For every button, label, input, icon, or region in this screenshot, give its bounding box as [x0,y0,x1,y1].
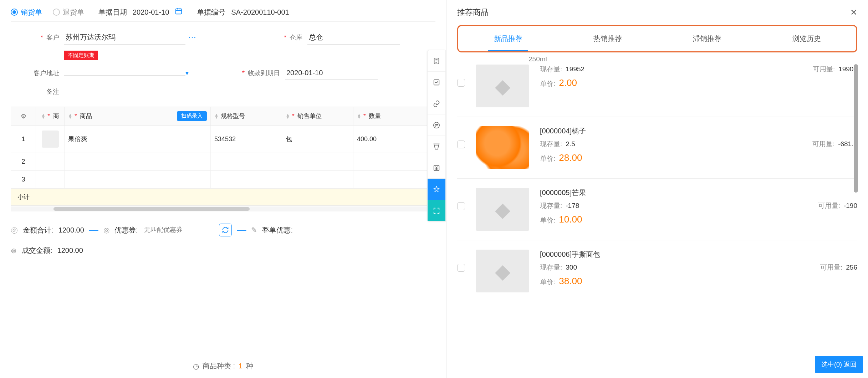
col-product[interactable]: ▲▼商品扫码录入 [65,107,211,125]
rail-currency-icon[interactable] [428,157,445,179]
grid-header: ⚙ ▲▼商 ▲▼商品扫码录入 ▲▼规格型号 ▲▼销售单位 ▲▼数量 [11,107,435,126]
product-image-placeholder: ◆ [476,250,529,292]
sort-icon: ▲▼ [286,114,290,119]
item-checkbox[interactable] [457,202,465,210]
refresh-coupon-button[interactable] [219,224,232,236]
rail-expand-icon[interactable] [428,200,445,221]
foot-count: 1 [239,362,242,370]
stock-label: 现存量: [540,65,562,73]
table-row[interactable]: 1 果倍爽 534532 包 400.00 [11,126,435,153]
doc-no-value: SA-20200110-001 [231,8,289,16]
vertical-scrollbar[interactable] [854,64,858,193]
deal-label: 成交金额: [22,246,52,255]
price-value: 28.00 [559,152,582,163]
dash-icon: — [237,225,246,236]
item-checkbox[interactable] [457,141,465,148]
list-item: ◆ [0000005]芒果 现存量:-178 可用量:-190 单价:10.00 [457,179,857,240]
item-checkbox[interactable] [457,79,465,87]
col-spec[interactable]: ▲▼规格型号 [211,107,282,125]
rail-receive-icon[interactable] [428,136,445,157]
coupon-icon: ◎ [103,226,109,234]
col-image[interactable]: ▲▼商 [36,107,65,125]
doc-number-block: 单据编号 SA-20200110-001 [197,7,289,17]
avail-value: -190 [844,202,857,209]
remark-input[interactable] [64,90,242,94]
total-value: 1200.00 [58,226,84,234]
stock-value: 300 [566,264,577,271]
radio-sale-order[interactable]: 销货单 [11,7,42,17]
sales-order-form: 销货单 退货单 单据日期 2020-01-10 单据编号 SA-20200110… [0,0,446,378]
subtotal-label: 小计 [11,189,36,205]
doc-date-value[interactable]: 2020-01-10 [133,8,169,16]
row-index: 1 [11,126,36,153]
row-name[interactable]: 果倍爽 [65,126,211,153]
rail-swap-icon[interactable] [428,114,445,136]
sort-icon: ▲▼ [357,114,361,119]
remark-label: 备注 [11,87,64,96]
item-name: [0000004]橘子 [540,126,857,136]
warehouse-input[interactable]: 总仓 [307,30,400,45]
item-name: [0000006]手撕面包 [540,250,857,259]
col-qty[interactable]: ▲▼数量 [353,107,403,125]
rail-favorite-icon[interactable] [428,179,445,200]
col-settings[interactable]: ⚙ [11,107,36,125]
sort-icon: ▲▼ [214,114,219,119]
radio-return-order[interactable]: 退货单 [53,7,84,17]
address-select[interactable] [64,71,185,76]
item-name: [0000005]芒果 [540,188,857,198]
calendar-icon[interactable] [175,7,183,17]
deal-value: 1200.00 [57,246,83,255]
avail-value: 256 [846,264,857,271]
item-checkbox[interactable] [457,264,465,272]
customer-lookup-icon[interactable]: ⋯ [188,33,197,42]
close-icon[interactable]: ✕ [850,7,857,17]
list-item: ◆ 现存量:19952 可用量:19903 单价:2.00 [457,63,857,117]
list-item: [0000004]橘子 现存量:2.5 可用量:-681.5 单价:28.00 [457,117,857,179]
doc-no-label: 单据编号 [197,7,225,17]
tab-history[interactable]: 浏览历史 [757,26,856,51]
horizontal-scrollbar[interactable] [11,206,435,211]
due-date-input[interactable]: 2020-01-10 [285,67,378,80]
yen-icon: ㊎ [11,225,18,235]
table-row[interactable]: 2 [11,153,435,171]
table-row[interactable]: 3 [11,171,435,189]
recommend-header: 推荐商品 ✕ [446,0,868,25]
customer-input[interactable]: 苏州万达沃尔玛 [64,30,185,45]
selected-return-button[interactable]: 选中(0) 返回 [815,356,863,373]
product-image-placeholder: ◆ [476,65,529,107]
rail-link-icon[interactable] [428,93,445,114]
doc-date-label: 单据日期 [98,7,127,17]
stock-value: 19952 [566,65,584,73]
tab-new[interactable]: 新品推荐 [458,26,558,51]
doc-header-row: 销货单 退货单 单据日期 2020-01-10 单据编号 SA-20200110… [11,7,435,22]
doc-date-block: 单据日期 2020-01-10 [98,7,183,17]
recommend-list[interactable]: 250ml ◆ 现存量:19952 可用量:19903 单价:2.00 [000… [446,52,868,378]
rail-chart-icon[interactable] [428,72,445,93]
row-index: 2 [11,153,36,170]
scan-entry-button[interactable]: 扫码录入 [177,111,207,121]
gear-icon: ⚙ [21,112,26,120]
foot-label: 商品种类 : [203,361,235,371]
deal-icon: ⊛ [11,246,17,255]
sort-icon: ▲▼ [41,114,45,119]
rail-notes-icon[interactable] [428,50,445,72]
discount-icon: ✎ [251,226,257,234]
payment-term-badge: 不固定账期 [64,51,98,60]
coupon-label: 优惠券: [114,225,138,235]
form-fields: 客户 苏州万达沃尔玛 ⋯ 仓库 总仓 不固定账期 客户地址 ▾ 收款到期日 [11,30,435,96]
scrollbar-thumb[interactable] [53,207,250,211]
grid-subtotal-row: 小计 [11,189,435,205]
row-qty[interactable]: 400.00 [353,126,403,153]
col-unit[interactable]: ▲▼销售单位 [282,107,353,125]
chevron-down-icon[interactable]: ▾ [185,69,189,77]
coupon-input[interactable] [143,224,214,236]
due-date-label: 收款到期日 [231,69,285,77]
foot-suffix: 种 [246,361,253,371]
list-item: ◆ [0000006]手撕面包 现存量:300 可用量:256 单价:38.00 [457,240,857,302]
tab-hot[interactable]: 热销推荐 [558,26,657,51]
tab-slow[interactable]: 滞销推荐 [657,26,757,51]
radio-label: 销货单 [21,7,42,17]
row-spec[interactable]: 534532 [211,126,282,153]
sort-icon: ▲▼ [68,114,72,119]
row-unit[interactable]: 包 [282,126,353,153]
